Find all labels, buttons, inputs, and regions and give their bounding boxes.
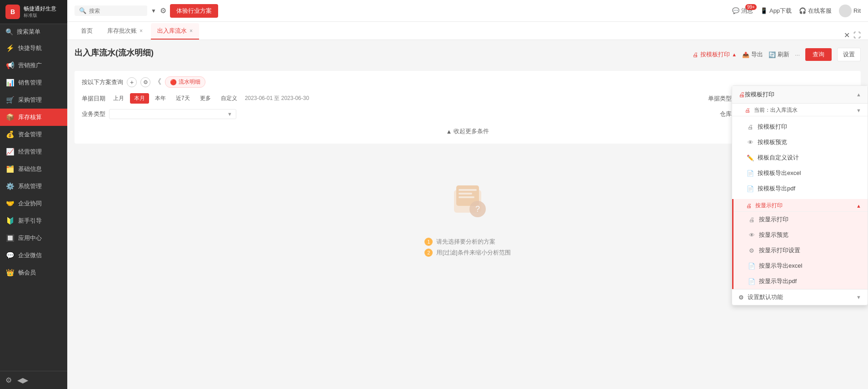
sidebar-item-base[interactable]: 🗂️ 基础信息 xyxy=(0,160,67,178)
sidebar-nav: ⚡ 快捷导航 📢 营销推广 📊 销售管理 🛒 采购管理 📦 库存核算 💰 资金管… xyxy=(0,40,67,371)
date-buttons: 上月 本月 本年 近7天 更多 自定义 xyxy=(109,93,241,104)
dropdown-item-display-preview[interactable]: 👁 按显示预览 xyxy=(733,227,868,243)
display-settings-icon: ⚙ xyxy=(748,247,755,254)
date-btn-last-7-days[interactable]: 近7天 xyxy=(172,93,194,104)
collapse-sidebar-icon[interactable]: ◀▶ xyxy=(17,376,28,384)
tab-batch-account-close[interactable]: × xyxy=(140,28,143,34)
sidebar-item-wechat[interactable]: 💬 企业微信 xyxy=(0,247,67,264)
sidebar-item-inventory[interactable]: 📦 库存核算 xyxy=(0,109,67,126)
finance-icon: 💰 xyxy=(5,130,15,139)
dropdown-item-template-preview[interactable]: 👁 按模板预览 xyxy=(732,135,868,150)
dropdown-item-display-export-pdf[interactable]: 📄 按显示导出pdf xyxy=(733,274,868,289)
sidebar: B 畅捷通好生意 标准版 🔍 搜索菜单 ⚡ 快捷导航 📢 营销推广 📊 销售管理… xyxy=(0,0,67,389)
dropdown-close-arrow[interactable]: ▲ xyxy=(856,92,861,97)
sidebar-item-collab[interactable]: 🤝 企业协同 xyxy=(0,195,67,212)
industry-solution-button[interactable]: 体验行业方案 xyxy=(170,4,218,18)
filter-settings-button[interactable]: ⚙ xyxy=(140,77,150,87)
sidebar-item-quick-nav[interactable]: ⚡ 快捷导航 xyxy=(0,40,67,57)
hint-num-1: 1 xyxy=(424,238,433,246)
filter-active-tag[interactable]: 🔴 流水明细 xyxy=(165,76,205,88)
dropdown-item-template-export-pdf[interactable]: 📄 按模板导出pdf xyxy=(732,181,868,196)
dropdown-item-template-custom[interactable]: ✏️ 模板自定义设计 xyxy=(732,150,868,165)
window-controls: ✕ ⛶ xyxy=(844,31,861,40)
empty-state-icon: ? xyxy=(445,176,490,230)
apps-icon: 🔲 xyxy=(5,234,15,242)
dropdown-item-display-print[interactable]: 🖨 按显示打印 xyxy=(733,212,868,227)
refresh-label: 刷新 xyxy=(778,50,789,59)
online-service-button[interactable]: 🎧 在线客服 xyxy=(799,7,832,15)
app-download-label: App下载 xyxy=(769,7,792,15)
sidebar-item-member[interactable]: 👑 畅会员 xyxy=(0,264,67,281)
dropdown-item-display-export-excel[interactable]: 📄 按显示导出excel xyxy=(733,258,868,274)
filter-collapse-button[interactable]: 《 xyxy=(154,77,161,87)
template-custom-icon: ✏️ xyxy=(747,155,754,161)
display-print-label: 按显示打印 xyxy=(759,215,788,224)
settings-bottom-icon[interactable]: ⚙ xyxy=(5,376,12,384)
close-window-icon[interactable]: ✕ xyxy=(844,31,850,40)
date-btn-this-year[interactable]: 本年 xyxy=(151,93,170,104)
dropdown-item-template-export-excel[interactable]: 📄 按模板导出excel xyxy=(732,165,868,181)
tab-home-label: 首页 xyxy=(81,27,93,35)
sidebar-item-purchase[interactable]: 🛒 采购管理 xyxy=(0,91,67,109)
topbar-left: 🔍 ▼ ⚙ 体验行业方案 xyxy=(75,4,727,18)
business-type-select[interactable]: ▼ xyxy=(109,109,236,119)
refresh-button[interactable]: 🔄 刷新 xyxy=(768,50,789,59)
topbar-right: 💬 消息 99+ 📱 App下载 🎧 在线客服 Rit xyxy=(732,5,861,17)
refresh-icon: 🔄 xyxy=(768,51,776,58)
tab-inout-flow-close[interactable]: × xyxy=(190,28,193,34)
message-button[interactable]: 💬 消息 99+ xyxy=(732,7,753,15)
tab-inout-flow[interactable]: 出入库流水 × xyxy=(151,23,199,40)
print-chevron-up-icon: ▲ xyxy=(732,52,737,57)
display-print-header[interactable]: 🖨 按显示打印 ▲ xyxy=(733,199,868,212)
purchase-icon: 🛒 xyxy=(5,96,15,104)
sidebar-item-guide[interactable]: 🔰 新手引导 xyxy=(0,212,67,229)
date-btn-last-month[interactable]: 上月 xyxy=(109,93,128,104)
sidebar-item-apps[interactable]: 🔲 应用中心 xyxy=(0,229,67,247)
sidebar-search[interactable]: 🔍 搜索菜单 xyxy=(0,24,67,40)
sidebar-item-label: 快捷导航 xyxy=(18,44,42,52)
dropdown-item-template-print[interactable]: 🖨 按模板打印 xyxy=(732,119,868,135)
sidebar-item-label: 库存核算 xyxy=(18,113,42,121)
sidebar-item-operation[interactable]: 📈 经营管理 xyxy=(0,143,67,160)
system-icon: ⚙️ xyxy=(5,182,15,190)
svg-rect-3 xyxy=(459,193,472,194)
sidebar-item-sales[interactable]: 📊 销售管理 xyxy=(0,74,67,91)
topbar-dropdown-arrow[interactable]: ▼ xyxy=(151,8,156,14)
dropdown-item-display-print-settings[interactable]: ⚙ 按显示打印设置 xyxy=(733,243,868,258)
date-btn-custom[interactable]: 自定义 xyxy=(217,93,241,104)
sidebar-item-system[interactable]: ⚙️ 系统管理 xyxy=(0,178,67,195)
export-button[interactable]: 📤 导出 xyxy=(742,50,763,59)
sidebar-item-label: 应用中心 xyxy=(18,234,42,242)
settings-button[interactable]: 设置 xyxy=(837,48,861,61)
tab-home[interactable]: 首页 xyxy=(75,23,99,40)
tab-batch-account[interactable]: 库存批次账 × xyxy=(101,23,149,40)
topbar-search-box[interactable]: 🔍 xyxy=(75,5,147,16)
message-icon: 💬 xyxy=(732,7,739,14)
display-export-pdf-label: 按显示导出pdf xyxy=(759,277,797,285)
maximize-window-icon[interactable]: ⛶ xyxy=(853,31,861,40)
sidebar-item-label: 经营管理 xyxy=(18,148,42,156)
warehouse-label: 仓库 xyxy=(720,110,732,118)
print-template-label: 按模板打印 xyxy=(700,50,730,59)
operation-icon: 📈 xyxy=(5,148,15,156)
sidebar-item-label: 销售管理 xyxy=(18,79,42,87)
user-avatar-area[interactable]: Rit xyxy=(839,5,861,17)
sidebar-item-marketing[interactable]: 📢 营销推广 xyxy=(0,57,67,74)
app-download-button[interactable]: 📱 App下载 xyxy=(760,7,792,15)
topbar-gear-icon[interactable]: ⚙ xyxy=(160,6,166,15)
sidebar-item-finance[interactable]: 💰 资金管理 xyxy=(0,126,67,143)
dropdown-footer-settings[interactable]: ⚙ 设置默认功能 ▼ xyxy=(732,289,868,305)
sidebar-item-label: 营销推广 xyxy=(18,61,42,70)
search-input[interactable] xyxy=(89,8,135,14)
headset-icon: 🎧 xyxy=(799,7,806,14)
wechat-icon: 💬 xyxy=(5,251,15,259)
print-template-button[interactable]: 🖨 按模板打印 ▲ xyxy=(693,50,737,59)
date-btn-this-month[interactable]: 本月 xyxy=(130,93,149,104)
avatar xyxy=(839,5,852,17)
action-more-dots[interactable]: ··· xyxy=(795,51,800,58)
query-button[interactable]: 查询 xyxy=(805,48,832,61)
date-btn-more[interactable]: 更多 xyxy=(196,93,215,104)
dropdown-header-icon: 🖨 xyxy=(738,91,745,98)
filter-add-button[interactable]: + xyxy=(127,77,137,87)
member-icon: 👑 xyxy=(5,269,15,277)
